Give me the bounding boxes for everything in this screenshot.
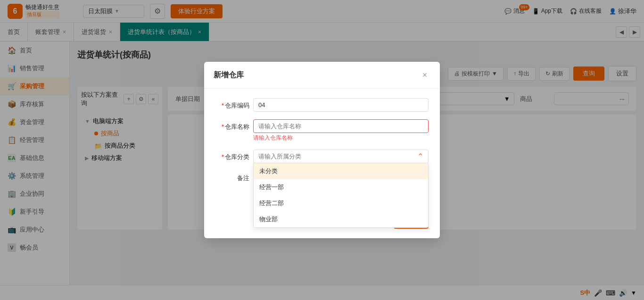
modal-close-btn[interactable]: × <box>419 69 430 81</box>
warehouse-category-row: 仓库分类 ⌃ 未分类 经营一部 经营二部 物业部 <box>215 150 429 163</box>
warehouse-name-row: 仓库名称 请输入仓库名称 <box>215 119 429 142</box>
dropdown-item-unclassified[interactable]: 未分类 <box>254 163 428 179</box>
category-dropdown: 未分类 经营一部 经营二部 物业部 <box>253 163 429 228</box>
warehouse-code-label: 仓库编码 <box>215 98 253 110</box>
warehouse-category-input-wrapper: ⌃ <box>253 150 429 163</box>
warehouse-name-label: 仓库名称 <box>215 119 253 131</box>
overlay[interactable]: 新增仓库 × 仓库编码 仓库名称 请输入仓库名称 仓库分类 <box>0 0 644 300</box>
chevron-up-icon[interactable]: ⌃ <box>417 152 423 161</box>
warehouse-code-row: 仓库编码 <box>215 98 429 112</box>
dropdown-item-dept3[interactable]: 物业部 <box>254 211 428 227</box>
warehouse-name-input[interactable] <box>253 119 429 133</box>
warehouse-code-input[interactable] <box>253 98 429 112</box>
modal-header: 新增仓库 × <box>204 62 440 89</box>
dropdown-item-dept1[interactable]: 经营一部 <box>254 179 428 195</box>
modal: 新增仓库 × 仓库编码 仓库名称 请输入仓库名称 仓库分类 <box>204 62 440 238</box>
warehouse-code-field <box>253 98 429 112</box>
modal-title: 新增仓库 <box>214 70 244 80</box>
notes-label: 备注 <box>215 171 253 183</box>
dropdown-item-dept2[interactable]: 经营二部 <box>254 195 428 211</box>
warehouse-name-error: 请输入仓库名称 <box>253 134 429 142</box>
warehouse-category-input[interactable] <box>258 150 417 163</box>
warehouse-category-field: ⌃ 未分类 经营一部 经营二部 物业部 <box>253 150 429 163</box>
modal-body: 仓库编码 仓库名称 请输入仓库名称 仓库分类 ⌃ <box>204 89 440 200</box>
warehouse-category-label: 仓库分类 <box>215 150 253 161</box>
warehouse-name-field: 请输入仓库名称 <box>253 119 429 142</box>
